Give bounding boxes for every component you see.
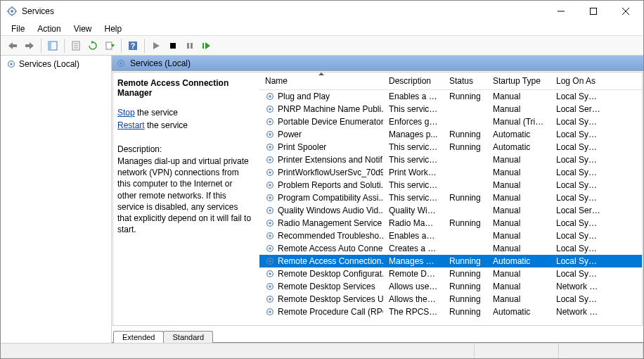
cell-status: Running bbox=[444, 282, 487, 291]
properties-button[interactable] bbox=[68, 38, 84, 53]
table-row[interactable]: Radio Management ServiceRadio Mana...Run… bbox=[259, 217, 642, 229]
cell-name: Remote Access Auto Conne... bbox=[278, 244, 383, 253]
cell-description: Allows user... bbox=[383, 282, 444, 291]
cell-logon: Local Syste... bbox=[550, 218, 607, 228]
cell-description: Enforces gr... bbox=[383, 117, 444, 127]
window-title: Services bbox=[22, 6, 545, 16]
cell-startup: Automatic bbox=[487, 130, 550, 139]
start-service-button[interactable] bbox=[148, 38, 164, 53]
selected-service-name: Remote Access Connection Manager bbox=[117, 78, 252, 98]
cell-description: Enables a c... bbox=[383, 92, 444, 101]
service-list[interactable]: Name Description Status Startup Type Log… bbox=[259, 73, 642, 325]
cell-logon: Local Syste... bbox=[550, 180, 607, 190]
svg-marker-12 bbox=[30, 42, 34, 49]
cell-description: This service ... bbox=[383, 180, 444, 190]
table-row[interactable]: Recommended Troublesho...Enables aut...M… bbox=[259, 229, 642, 242]
detail-pane: Remote Access Connection Manager Stop th… bbox=[113, 73, 259, 325]
restart-service-button[interactable] bbox=[199, 38, 214, 53]
gear-icon bbox=[6, 59, 16, 69]
cell-logon: Local Syste... bbox=[550, 142, 607, 152]
cell-name: Remote Procedure Call (RPC) bbox=[278, 307, 383, 317]
table-row[interactable]: Remote Desktop Configurat...Remote Des..… bbox=[259, 267, 642, 280]
nav-item-services-local[interactable]: Services (Local) bbox=[2, 57, 110, 71]
column-headers: Name Description Status Startup Type Log… bbox=[259, 73, 642, 90]
gear-icon bbox=[265, 206, 275, 215]
toolbar-separator bbox=[144, 39, 145, 53]
table-row[interactable]: Printer Extensions and Notif...This serv… bbox=[259, 153, 642, 166]
gear-icon bbox=[265, 231, 275, 241]
cell-logon: Local Syste... bbox=[550, 168, 607, 177]
table-row[interactable]: Remote Procedure Call (RPC)The RPCSS ...… bbox=[259, 306, 642, 318]
table-row[interactable]: Quality Windows Audio Vid...Quality Win.… bbox=[259, 204, 642, 217]
cell-name: Remote Desktop Services bbox=[278, 282, 375, 291]
back-button[interactable] bbox=[5, 38, 20, 53]
cell-description: Manages di... bbox=[383, 256, 444, 266]
help-button[interactable]: ? bbox=[125, 38, 141, 53]
tab-standard[interactable]: Standard bbox=[163, 331, 213, 343]
close-button[interactable] bbox=[610, 1, 642, 22]
col-header-description[interactable]: Description bbox=[383, 73, 444, 89]
table-row[interactable]: Problem Reports and Soluti...This servic… bbox=[259, 179, 642, 191]
svg-point-50 bbox=[269, 184, 271, 187]
cell-startup: Manual bbox=[487, 92, 550, 101]
gear-icon bbox=[265, 218, 275, 228]
table-row[interactable]: Portable Device Enumerator...Enforces gr… bbox=[259, 115, 642, 128]
svg-marker-20 bbox=[91, 41, 94, 44]
toolbar-separator bbox=[41, 39, 41, 53]
cell-status: Running bbox=[444, 256, 487, 266]
minimize-button[interactable] bbox=[545, 1, 577, 22]
svg-marker-30 bbox=[205, 42, 210, 49]
cell-description: The RPCSS ... bbox=[383, 307, 444, 317]
menu-help[interactable]: Help bbox=[98, 22, 129, 36]
cell-description: Enables aut... bbox=[383, 231, 444, 241]
svg-point-34 bbox=[120, 62, 122, 65]
cell-startup: Manual bbox=[487, 282, 550, 291]
svg-point-60 bbox=[269, 247, 271, 250]
table-row[interactable]: Remote Desktop Services U...Allows the r… bbox=[259, 293, 642, 306]
gear-icon bbox=[265, 282, 275, 291]
stop-service-link[interactable]: Stop bbox=[117, 108, 135, 118]
toolbar-separator bbox=[64, 39, 65, 53]
svg-marker-10 bbox=[8, 42, 13, 49]
show-hide-tree-button[interactable] bbox=[45, 38, 60, 53]
col-header-status[interactable]: Status bbox=[444, 73, 487, 89]
cell-logon: Network S... bbox=[550, 282, 607, 291]
table-row[interactable]: PowerManages p...RunningAutomaticLocal S… bbox=[259, 128, 642, 141]
gear-icon bbox=[265, 104, 275, 114]
tab-extended[interactable]: Extended bbox=[113, 331, 164, 343]
svg-point-36 bbox=[269, 95, 271, 98]
export-button[interactable] bbox=[102, 38, 117, 53]
svg-point-56 bbox=[269, 222, 271, 225]
table-row[interactable]: Program Compatibility Assi...This servic… bbox=[259, 191, 642, 204]
table-row[interactable]: PrintWorkflowUserSvc_70d99Print Workfl..… bbox=[259, 166, 642, 179]
restart-service-link[interactable]: Restart bbox=[117, 120, 145, 130]
forward-button[interactable] bbox=[22, 38, 37, 53]
menu-action[interactable]: Action bbox=[31, 22, 67, 36]
col-header-logon[interactable]: Log On As bbox=[550, 73, 607, 89]
maximize-button[interactable] bbox=[577, 1, 610, 22]
svg-point-54 bbox=[269, 209, 271, 212]
cell-logon: Local Syste... bbox=[550, 130, 607, 139]
svg-rect-15 bbox=[49, 42, 51, 50]
menu-file[interactable]: File bbox=[5, 22, 31, 36]
svg-point-32 bbox=[10, 63, 13, 65]
table-row[interactable]: PNRP Machine Name Publi...This service .… bbox=[259, 103, 642, 115]
svg-rect-26 bbox=[170, 43, 176, 49]
stop-service-button[interactable] bbox=[165, 38, 181, 53]
svg-point-62 bbox=[269, 260, 271, 263]
cell-description: This service ... bbox=[383, 104, 444, 114]
table-row[interactable]: Remote Access Connection...Manages di...… bbox=[259, 255, 642, 267]
cell-startup: Manual bbox=[487, 180, 550, 190]
pause-service-button[interactable] bbox=[182, 38, 198, 53]
table-row[interactable]: Print SpoolerThis service ...RunningAuto… bbox=[259, 141, 642, 153]
table-row[interactable]: Plug and PlayEnables a c...RunningManual… bbox=[259, 90, 642, 103]
svg-point-42 bbox=[269, 133, 271, 136]
refresh-button[interactable] bbox=[85, 38, 101, 53]
col-header-name[interactable]: Name bbox=[259, 73, 383, 89]
services-icon bbox=[6, 6, 18, 17]
table-row[interactable]: Remote Access Auto Conne...Creates a co.… bbox=[259, 242, 642, 255]
menu-view[interactable]: View bbox=[67, 22, 98, 36]
table-row[interactable]: Remote Desktop ServicesAllows user...Run… bbox=[259, 280, 642, 293]
description-label: Description: bbox=[117, 144, 252, 154]
col-header-startup[interactable]: Startup Type bbox=[487, 73, 550, 89]
